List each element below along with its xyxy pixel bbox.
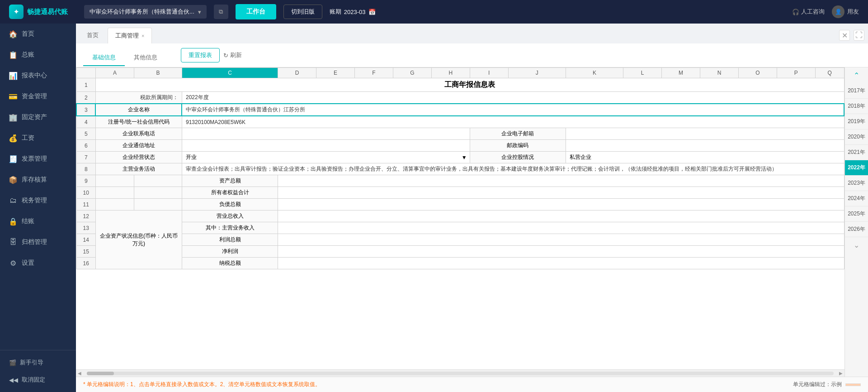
equity-value[interactable] xyxy=(278,187,844,199)
horizontal-scrollbar[interactable]: ◀ ▶ xyxy=(76,369,844,377)
year-item-2026[interactable]: 2026年 xyxy=(845,222,868,237)
year-item-2025[interactable]: 2025年 xyxy=(845,206,868,222)
table-row: 6 企业通信地址 邮政编码 xyxy=(76,140,844,152)
year-item-2021[interactable]: 2021年 xyxy=(845,145,868,160)
year-item-2018[interactable]: 2018年 xyxy=(845,99,868,114)
sidebar-item-asset[interactable]: 🏢 固定资产 xyxy=(0,107,76,128)
sidebar-item-tax[interactable]: 🗂 税务管理 xyxy=(0,190,76,211)
table-and-scroll: A B C D E F G H I J xyxy=(76,67,868,377)
company-selector[interactable]: 中审众环会计师事务所（特殊普通合伙... ▾ xyxy=(84,5,207,19)
home-icon: 🏠 xyxy=(9,30,17,38)
tab-close-button[interactable]: ✕ xyxy=(839,30,850,41)
reg-value[interactable]: 91320100MA208E5W6K xyxy=(182,116,844,128)
sidebar-label-report: 报表中心 xyxy=(22,72,47,80)
title-cell: 工商年报信息表 xyxy=(95,78,844,92)
year-panel-up[interactable]: ⌃ xyxy=(845,67,868,83)
status-value[interactable]: 开业 ▼ xyxy=(182,152,470,163)
year-item-2020[interactable]: 2020年 xyxy=(845,129,868,145)
liability-value[interactable] xyxy=(278,199,844,210)
year-item-2022[interactable]: 2022年 xyxy=(845,160,868,176)
sidebar-item-archive[interactable]: 🗄 归档管理 xyxy=(0,232,76,253)
copy-icon[interactable]: ⧉ xyxy=(214,5,228,19)
profit-value[interactable] xyxy=(278,234,844,246)
main-revenue-value[interactable] xyxy=(278,222,844,234)
row-num-10: 10 xyxy=(76,187,95,199)
revenue-label: 营业总收入 xyxy=(182,210,278,222)
top-header: ✦ 畅捷通易代账 中审众环会计师事务所（特殊普通合伙... ▾ ⧉ 工作台 切到… xyxy=(0,0,868,24)
year-panel-down[interactable]: ⌄ xyxy=(845,237,868,253)
sidebar-item-ledger[interactable]: 📋 总账 xyxy=(0,44,76,65)
sub-tab-other[interactable]: 其他信息 xyxy=(125,50,166,66)
holding-value[interactable]: 私营企业 xyxy=(566,152,844,163)
sidebar-item-report[interactable]: 📊 报表中心 xyxy=(0,65,76,86)
inventory-icon: 📦 xyxy=(9,176,17,184)
addr-value[interactable] xyxy=(182,140,470,152)
sidebar-item-fund[interactable]: 💳 资金管理 xyxy=(0,86,76,107)
tab-close-icon[interactable]: × xyxy=(142,33,144,38)
reset-button[interactable]: 重置报表 xyxy=(181,48,220,62)
table-row: 13 其中：主营业务收入 xyxy=(76,222,844,234)
table-row: 1 工商年报信息表 xyxy=(76,78,844,92)
col-q: Q xyxy=(815,68,844,78)
sidebar-item-guide[interactable]: 🎬 新手引导 xyxy=(0,354,76,371)
fund-icon: 💳 xyxy=(9,92,17,100)
year-item-2017[interactable]: 2017年 xyxy=(845,83,868,99)
sidebar-item-salary[interactable]: 💰 工资 xyxy=(0,128,76,148)
tax-total-value[interactable] xyxy=(278,258,844,269)
period-label: 账期 xyxy=(330,8,341,16)
revenue-value[interactable] xyxy=(278,210,844,222)
row-num-14: 14 xyxy=(76,234,95,246)
year-item-2024[interactable]: 2024年 xyxy=(845,191,868,206)
sidebar-label-asset: 固定资产 xyxy=(22,113,47,121)
sidebar-item-settings[interactable]: ⚙ 设置 xyxy=(0,253,76,273)
row-num-1: 1 xyxy=(76,78,95,92)
company-name-label: 企业名称 xyxy=(95,104,182,116)
tab-controls: ✕ ⛶ xyxy=(839,30,864,41)
sidebar-item-home[interactable]: 🏠 首页 xyxy=(0,24,76,44)
tab-expand-button[interactable]: ⛶ xyxy=(854,30,864,41)
scroll-right-arrow[interactable]: ▶ xyxy=(837,370,844,377)
period-value-cell[interactable]: 2022年度 xyxy=(182,92,844,104)
sidebar-label-salary: 工资 xyxy=(22,134,34,142)
sidebar-label-fund: 资金管理 xyxy=(22,92,47,100)
period-value: 2023-03 xyxy=(344,9,366,15)
user-area[interactable]: 👤 用友 xyxy=(832,5,859,18)
sidebar-item-invoice[interactable]: 🧾 发票管理 xyxy=(0,148,76,169)
refresh-button[interactable]: ↻ 刷新 xyxy=(223,48,242,62)
service-label: 人工咨询 xyxy=(801,8,825,16)
refresh-icon: ↻ xyxy=(223,52,228,59)
scroll-left-arrow[interactable]: ◀ xyxy=(76,370,83,377)
sidebar-label-settings: 设置 xyxy=(22,259,34,267)
net-profit-value[interactable] xyxy=(278,246,844,258)
header-right: 🎧 人工咨询 👤 用友 xyxy=(792,5,859,18)
sidebar-item-close[interactable]: 🔒 结账 xyxy=(0,211,76,232)
calendar-icon[interactable]: 📅 xyxy=(368,9,376,15)
phone-value[interactable] xyxy=(182,128,470,140)
tab-home[interactable]: 首页 xyxy=(80,28,106,43)
row-num-6: 6 xyxy=(76,140,95,152)
workbench-button[interactable]: 工作台 xyxy=(236,4,276,19)
liab-group-1 xyxy=(95,199,134,210)
sidebar-item-unpin[interactable]: ◀◀ 取消固定 xyxy=(0,371,76,388)
h-scroll-track[interactable] xyxy=(87,372,834,375)
refresh-label: 刷新 xyxy=(230,51,242,59)
phone-label: 企业联系电话 xyxy=(95,128,182,140)
old-version-button[interactable]: 切到旧版 xyxy=(283,5,322,19)
row-num-16: 16 xyxy=(76,258,95,269)
email-value[interactable] xyxy=(566,128,844,140)
tab-business[interactable]: 工商管理 × xyxy=(108,28,152,43)
biz-value[interactable]: 审查企业会计报表；出具审计报告；验证企业资本；出具验资报告；办理企业合开、分立、… xyxy=(182,163,844,175)
company-name-value[interactable]: 中审众环会计师事务所（特殊普通合伙）江苏分所 xyxy=(182,104,844,116)
h-scroll-thumb[interactable] xyxy=(87,372,114,375)
year-item-2023[interactable]: 2023年 xyxy=(845,176,868,191)
year-item-2019[interactable]: 2019年 xyxy=(845,114,868,129)
bottom-right: 单元格编辑过：示例 xyxy=(793,381,861,388)
col-l: L xyxy=(623,68,662,78)
cell-edit-label: 单元格编辑过：示例 xyxy=(793,381,842,388)
sub-tab-basic[interactable]: 基础信息 xyxy=(83,50,125,66)
service-button[interactable]: 🎧 人工咨询 xyxy=(792,8,825,16)
sidebar-item-inventory[interactable]: 📦 库存核算 xyxy=(0,169,76,190)
total-assets-value[interactable] xyxy=(278,175,844,187)
postal-value[interactable] xyxy=(566,140,844,152)
spreadsheet-scroll[interactable]: A B C D E F G H I J xyxy=(76,67,844,369)
